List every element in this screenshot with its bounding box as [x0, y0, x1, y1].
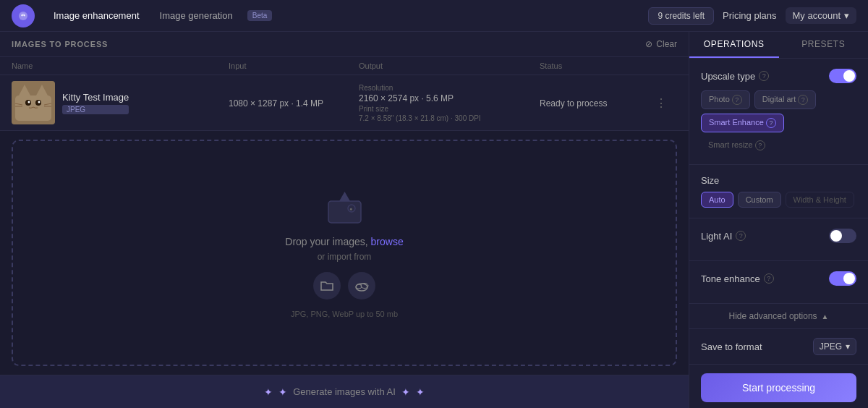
- svg-point-9: [28, 101, 30, 103]
- tone-enhance-section: Tone enhance ?: [689, 261, 868, 304]
- images-table: Name Input Output Status: [0, 57, 689, 131]
- drop-zone[interactable]: ● Drop your images, browse or import fro…: [12, 140, 677, 366]
- clear-button[interactable]: ⊘ Clear: [645, 39, 677, 49]
- tab-presets[interactable]: PRESETS: [779, 32, 869, 58]
- type-btn-smart-resize[interactable]: Smart resize ?: [701, 137, 773, 154]
- format-select[interactable]: JPEG ▾: [813, 338, 856, 355]
- file-cell: Kitty Test Image JPEG: [12, 81, 229, 124]
- light-ai-label: Light AI ?: [701, 231, 746, 242]
- input-size: 1080 × 1287 px · 1.4 MP: [229, 98, 323, 109]
- light-ai-row: Light AI ?: [701, 229, 856, 243]
- nav-tab-generation[interactable]: Image generation: [151, 7, 242, 25]
- chevron-down-icon: ▾: [844, 10, 849, 21]
- size-btn-width-height[interactable]: Width & Height: [786, 192, 854, 208]
- tone-enhance-label: Tone enhance ?: [701, 273, 774, 284]
- upscale-label: Upscale type ?: [701, 71, 769, 82]
- smart-resize-info-icon: ?: [755, 140, 765, 150]
- file-thumbnail: [12, 81, 55, 124]
- images-to-process-bar: IMAGES TO PROCESS ⊘ Clear: [0, 32, 689, 57]
- save-format-label: Save to format: [701, 341, 762, 352]
- left-panel: IMAGES TO PROCESS ⊘ Clear Name Input Out…: [0, 32, 689, 408]
- start-processing-button[interactable]: Start processing: [701, 373, 856, 402]
- account-button[interactable]: My account ▾: [786, 7, 856, 24]
- panel-tabs: OPERATIONS PRESETS: [689, 32, 868, 59]
- type-btn-digital-art[interactable]: Digital art ?: [754, 90, 817, 109]
- file-types-label: JPG, PNG, WebP up to 50 mb: [291, 310, 398, 318]
- images-bar-title: IMAGES TO PROCESS: [12, 40, 645, 48]
- smart-enhance-info-icon: ?: [766, 118, 776, 128]
- input-cell: 1080 × 1287 px · 1.4 MP: [229, 96, 359, 109]
- browse-link[interactable]: browse: [371, 236, 404, 247]
- photo-info-icon: ?: [732, 95, 742, 105]
- output-res-value: 2160 × 2574 px · 5.6 MP: [359, 93, 540, 103]
- right-panel: OPERATIONS PRESETS Upscale type ? Photo …: [689, 32, 868, 408]
- status-badge: Ready to process: [540, 98, 607, 109]
- tone-enhance-info-icon[interactable]: ?: [764, 273, 774, 284]
- credits-display: 9 credits left: [648, 7, 714, 25]
- table-row: Kitty Test Image JPEG 1080 × 1287 px · 1…: [0, 75, 689, 131]
- svg-point-1: [21, 14, 22, 16]
- col-status: Status: [540, 61, 655, 70]
- light-ai-section: Light AI ?: [689, 218, 868, 261]
- size-options: Auto Custom Width & Height: [701, 192, 856, 208]
- upload-icon: ●: [325, 188, 365, 227]
- svg-rect-15: [328, 201, 361, 223]
- type-btn-photo[interactable]: Photo ?: [701, 90, 750, 109]
- tone-enhance-toggle[interactable]: [829, 271, 856, 286]
- upscale-type-buttons: Photo ? Digital art ? Smart Enhance ? Sm…: [701, 90, 856, 154]
- print-label: Print size: [359, 105, 540, 113]
- clear-icon: ⊘: [645, 39, 652, 49]
- light-ai-toggle[interactable]: [829, 229, 856, 243]
- type-btn-smart-enhance[interactable]: Smart Enhance ?: [701, 114, 784, 132]
- size-label: Size: [701, 175, 856, 186]
- svg-rect-4: [15, 95, 51, 121]
- col-input: Input: [229, 61, 359, 70]
- upscale-toggle[interactable]: [829, 69, 856, 83]
- svg-point-0: [19, 12, 27, 20]
- beta-badge: Beta: [247, 10, 273, 21]
- upscale-section: Upscale type ? Photo ? Digital art ? Sma…: [689, 59, 868, 165]
- print-size: 7.2 × 8.58" (18.3 × 21.8 cm) · 300 DPI: [359, 114, 540, 122]
- tone-enhance-row: Tone enhance ?: [701, 271, 856, 286]
- output-res-label: Resolution: [359, 84, 540, 92]
- app-logo: [12, 4, 35, 27]
- svg-point-2: [23, 14, 25, 16]
- advanced-options-row[interactable]: Hide advanced options ▲: [689, 304, 868, 329]
- table-header: Name Input Output Status: [0, 57, 689, 75]
- upscale-info-icon[interactable]: ?: [759, 71, 769, 81]
- format-value: JPEG: [820, 341, 842, 352]
- svg-marker-16: [339, 192, 350, 201]
- digital-art-info-icon: ?: [798, 95, 808, 105]
- file-name: Kitty Test Image: [62, 92, 129, 103]
- import-icons-row: [313, 272, 375, 299]
- col-output: Output: [359, 61, 540, 70]
- main-nav: Image enhancement Image generation Beta: [45, 7, 272, 25]
- header: Image enhancement Image generation Beta …: [0, 0, 868, 32]
- cloud-import-button[interactable]: [348, 272, 375, 299]
- row-more-button[interactable]: ⋮: [655, 96, 677, 110]
- sparkle-icon-right: ✦: [401, 386, 410, 398]
- generate-ai-bar[interactable]: ✦ ✦ Generate images with AI ✦ ✦: [0, 375, 689, 408]
- nav-tab-enhancement[interactable]: Image enhancement: [45, 7, 148, 25]
- tab-operations[interactable]: OPERATIONS: [689, 32, 779, 58]
- svg-text:●: ●: [349, 206, 352, 211]
- size-section: Size Auto Custom Width & Height: [689, 165, 868, 218]
- chevron-down-icon: ▾: [846, 341, 850, 352]
- output-cell: Resolution 2160 × 2574 px · 5.6 MP Print…: [359, 84, 540, 122]
- col-actions: [655, 61, 677, 70]
- pricing-link[interactable]: Pricing plans: [723, 10, 776, 21]
- generate-text: Generate images with AI: [293, 386, 396, 397]
- save-format-row: Save to format JPEG ▾: [689, 329, 868, 365]
- size-btn-auto[interactable]: Auto: [701, 192, 733, 208]
- header-right: 9 credits left Pricing plans My account …: [648, 7, 856, 25]
- col-name: Name: [12, 61, 229, 70]
- folder-import-button[interactable]: [313, 272, 341, 299]
- size-btn-custom[interactable]: Custom: [738, 192, 781, 208]
- chevron-up-icon: ▲: [822, 313, 829, 320]
- svg-point-10: [38, 101, 41, 103]
- status-cell: Ready to process: [540, 96, 655, 109]
- light-ai-info-icon[interactable]: ?: [736, 231, 746, 241]
- advanced-options-label: Hide advanced options: [729, 311, 817, 321]
- drop-text: Drop your images, browse: [285, 236, 403, 247]
- main-content: IMAGES TO PROCESS ⊘ Clear Name Input Out…: [0, 32, 868, 408]
